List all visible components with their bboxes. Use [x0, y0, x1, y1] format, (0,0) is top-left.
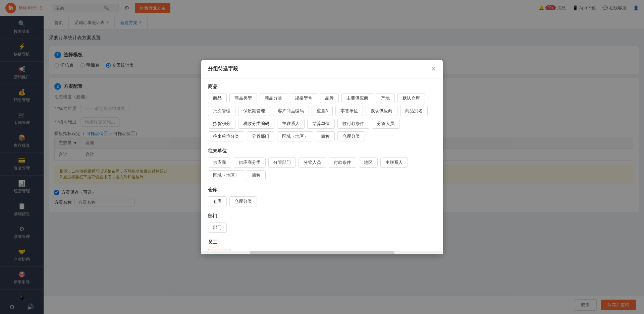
field-tag[interactable]: 简称: [316, 131, 335, 141]
field-tag[interactable]: 商品分类: [260, 93, 287, 103]
field-group-product-title: 商品: [208, 84, 436, 90]
field-tag[interactable]: 仓库分类: [337, 131, 365, 141]
field-tag[interactable]: 主联系人: [380, 158, 408, 168]
field-tag[interactable]: 区域（地区）: [208, 170, 244, 180]
field-tag[interactable]: 重量3: [312, 106, 333, 116]
field-tag[interactable]: 分管部门: [268, 158, 296, 168]
field-tag[interactable]: 规格型号: [290, 93, 317, 103]
modal-close-button[interactable]: ✕: [431, 65, 436, 73]
field-tag[interactable]: 简称: [247, 170, 266, 180]
field-tag[interactable]: 仓库分类: [229, 196, 257, 206]
field-tag[interactable]: 税收分类编码: [238, 119, 274, 129]
field-group-staff-title: 员工: [208, 239, 436, 245]
field-tag[interactable]: 部门: [208, 223, 227, 233]
field-tag[interactable]: 供应商: [208, 158, 231, 168]
field-tag[interactable]: 分管人员: [372, 119, 399, 129]
field-group-staff: 员工 业务员: [208, 239, 436, 251]
modal-title: 分组待选字段: [208, 66, 238, 72]
field-tag[interactable]: 分管人员: [299, 158, 326, 168]
staff-field-tags: 业务员: [208, 249, 436, 251]
field-tag[interactable]: 商品别名: [400, 106, 428, 116]
field-tag[interactable]: 保质期管理: [238, 106, 270, 116]
field-tag[interactable]: 产地: [376, 93, 395, 103]
field-tag[interactable]: 地区: [359, 158, 378, 168]
field-tag[interactable]: 收付款条件: [337, 119, 369, 129]
field-tag[interactable]: 商品类型: [229, 93, 257, 103]
partner-field-tags: 供应商 供应商分类 分管部门 分管人员 付款条件 地区 主联系人 区域（地区） …: [208, 158, 436, 180]
field-tag[interactable]: 主要供应商: [341, 93, 373, 103]
field-tag[interactable]: 批次管理: [208, 106, 235, 116]
field-tag[interactable]: 主联系人: [277, 119, 305, 129]
modal-overlay: 分组待选字段 ✕ 商品 商品 商品类型 商品分类 规格型号 品牌 主要供应商 产…: [0, 0, 644, 314]
field-group-product: 商品 商品 商品类型 商品分类 规格型号 品牌 主要供应商 产地 默认仓库 批次…: [208, 84, 436, 141]
field-group-partner: 往来单位 供应商 供应商分类 分管部门 分管人员 付款条件 地区 主联系人 区域…: [208, 148, 436, 180]
field-group-partner-title: 往来单位: [208, 148, 436, 154]
modal-header: 分组待选字段 ✕: [201, 60, 443, 78]
field-tag[interactable]: 客户商品编码: [273, 106, 309, 116]
field-tag[interactable]: 默认供应商: [366, 106, 397, 116]
field-tag[interactable]: 付款条件: [329, 158, 356, 168]
field-group-dept-title: 部门: [208, 213, 436, 219]
field-group-warehouse: 仓库 仓库 仓库分类: [208, 187, 436, 206]
scroll-thumb: [250, 251, 394, 254]
field-tag[interactable]: 结算单位: [307, 119, 335, 129]
field-tag[interactable]: 仓库: [208, 196, 227, 206]
field-tag[interactable]: 供应商分类: [234, 158, 266, 168]
field-group-dept: 部门 部门: [208, 213, 436, 233]
field-tag[interactable]: 区域（地区）: [277, 131, 313, 141]
product-field-tags: 商品 商品类型 商品分类 规格型号 品牌 主要供应商 产地 默认仓库 批次管理 …: [208, 93, 436, 141]
modal: 分组待选字段 ✕ 商品 商品 商品类型 商品分类 规格型号 品牌 主要供应商 产…: [201, 60, 443, 254]
field-tag[interactable]: 分管部门: [247, 131, 274, 141]
field-tag[interactable]: 零售单位: [335, 106, 363, 116]
field-tag-staff-member[interactable]: 业务员: [208, 249, 231, 251]
field-tag[interactable]: 默认仓库: [397, 93, 425, 103]
field-tag[interactable]: 商品: [208, 93, 227, 103]
field-tag[interactable]: 往来单位分类: [208, 131, 244, 141]
modal-horizontal-scrollbar[interactable]: [201, 251, 443, 254]
warehouse-field-tags: 仓库 仓库分类: [208, 196, 436, 206]
modal-body: 商品 商品 商品类型 商品分类 规格型号 品牌 主要供应商 产地 默认仓库 批次…: [201, 78, 443, 251]
dept-field-tags: 部门: [208, 223, 436, 233]
field-tag[interactable]: 拣货积分: [208, 119, 235, 129]
field-group-warehouse-title: 仓库: [208, 187, 436, 193]
field-tag[interactable]: 品牌: [320, 93, 339, 103]
